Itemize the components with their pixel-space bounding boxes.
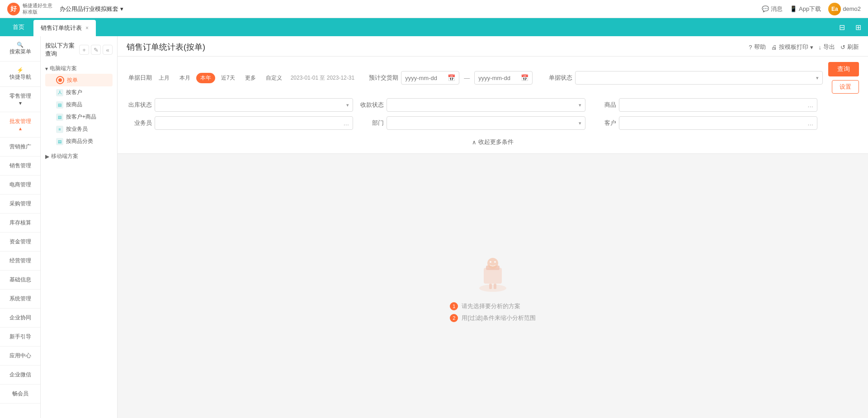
department-label: 部门 bbox=[359, 119, 384, 127]
tab-close-icon[interactable]: × bbox=[85, 25, 89, 31]
more-btn[interactable]: 更多 bbox=[241, 73, 260, 83]
message-btn[interactable]: 💬 消息 bbox=[762, 5, 783, 13]
collapse-chevron-icon: ∧ bbox=[472, 139, 476, 146]
sidebar-item-operations[interactable]: 经营管理 bbox=[0, 252, 40, 271]
empty-hint-2: 2 用[过滤]条件来缩小分析范围 bbox=[450, 314, 535, 322]
app-download-btn[interactable]: 📱 App下载 bbox=[790, 5, 821, 13]
tab-active[interactable]: 销售订单统计表 × bbox=[33, 20, 96, 36]
date-label: 单据日期 bbox=[127, 74, 152, 82]
sidebar-item-purchase[interactable]: 采购管理 bbox=[0, 195, 40, 214]
salesperson-label: 业务员 bbox=[127, 119, 152, 127]
this-month-btn[interactable]: 本月 bbox=[175, 73, 194, 83]
logo-icon: 好 bbox=[7, 3, 20, 15]
scheme-item-by-order[interactable]: 按单 bbox=[45, 74, 113, 86]
delivery-status-select[interactable]: ▾ bbox=[155, 98, 353, 112]
tab-home[interactable]: 首页 bbox=[4, 18, 33, 36]
sidebar-item-finance[interactable]: 资金管理 bbox=[0, 233, 40, 252]
sidebar-item-newbie[interactable]: 新手引导 bbox=[0, 328, 40, 347]
scheme-edit-btn[interactable]: ✎ bbox=[91, 45, 101, 55]
scheme-item-by-customer-goods[interactable]: ▤ 按客户+商品 bbox=[45, 111, 113, 123]
sidebar-item-ecommerce[interactable]: 电商管理 bbox=[0, 176, 40, 195]
calendar-start-icon[interactable]: 📅 bbox=[448, 74, 455, 81]
order-status-label: 单据状态 bbox=[547, 74, 572, 82]
sidebar-item-basics[interactable]: 基础信息 bbox=[0, 271, 40, 290]
this-year-btn[interactable]: 本年 bbox=[196, 73, 215, 83]
help-btn[interactable]: ? 帮助 bbox=[749, 43, 765, 51]
message-icon: 💬 bbox=[762, 5, 769, 12]
sidebar-item-marketing[interactable]: 营销推广 bbox=[0, 138, 40, 157]
custom-btn[interactable]: 自定义 bbox=[262, 73, 286, 83]
avatar: Ea bbox=[828, 3, 841, 15]
sidebar-item-system[interactable]: 系统管理 bbox=[0, 290, 40, 309]
svg-rect-7 bbox=[494, 284, 496, 289]
scheme-section-mobile-header[interactable]: ▶ 移动端方案 bbox=[45, 151, 113, 162]
filter-customer-col: 客户 … bbox=[591, 116, 817, 130]
expected-date-label: 预计交货期 bbox=[369, 74, 398, 82]
settings-btn[interactable]: 设置 bbox=[832, 80, 859, 94]
logo-area: 好 畅捷通好生意 标准版 bbox=[7, 3, 52, 15]
customer-label: 客户 bbox=[591, 119, 616, 127]
last-month-btn[interactable]: 上月 bbox=[155, 73, 174, 83]
order-status-select[interactable]: ▾ bbox=[575, 71, 823, 85]
expected-date-end-input[interactable] bbox=[478, 72, 519, 83]
sidebar-item-appcenter[interactable]: 应用中心 bbox=[0, 347, 40, 366]
sidebar-item-wholesale[interactable]: 批发管理 ▴ bbox=[0, 112, 40, 138]
sidebar-item-inventory[interactable]: 库存核算 bbox=[0, 214, 40, 233]
filter-goods-col: 商品 … bbox=[591, 98, 817, 112]
svg-rect-1 bbox=[484, 268, 502, 284]
workspace-selector[interactable]: 办公用品行业模拟账套 ▾ bbox=[60, 5, 123, 13]
scheme-item-by-category[interactable]: ▤ 按商品分类 bbox=[45, 135, 113, 147]
export-btn[interactable]: ↓ 导出 bbox=[819, 43, 835, 51]
query-btn[interactable]: 查询 bbox=[828, 62, 859, 76]
sidebar-item-search[interactable]: 🔍 搜索菜单 bbox=[0, 36, 40, 62]
refresh-btn[interactable]: ↺ 刷新 bbox=[840, 43, 859, 51]
calendar-end-icon[interactable]: 📅 bbox=[521, 74, 528, 81]
sidebar-item-wechat[interactable]: 企业微信 bbox=[0, 366, 40, 385]
main-panel: 销售订单统计表(按单) ? 帮助 🖨 按模板打印 ▾ ↓ 导出 bbox=[118, 36, 868, 418]
filter-row-3: 业务员 … 部门 ▾ 客户 bbox=[127, 116, 859, 130]
topbar: 好 畅捷通好生意 标准版 办公用品行业模拟账套 ▾ 💬 消息 📱 App下载 E… bbox=[0, 0, 868, 18]
sidebar-item-shortcuts[interactable]: ⚡ 快捷导航 bbox=[0, 62, 40, 87]
goods-ellipsis-icon: … bbox=[807, 102, 813, 109]
scheme-panel-title: 按以下方案查询 bbox=[45, 42, 79, 58]
scheme-item-by-customer[interactable]: 人 按客户 bbox=[45, 86, 113, 99]
hint-num-1: 1 bbox=[450, 302, 458, 310]
app-download-icon: 📱 bbox=[790, 5, 797, 12]
page-header: 销售订单统计表(按单) ? 帮助 🖨 按模板打印 ▾ ↓ 导出 bbox=[118, 36, 868, 57]
sidebar-item-membership[interactable]: 畅会员 bbox=[0, 385, 40, 404]
empty-state: 1 请先选择要分析的方案 2 用[过滤]条件来缩小分析范围 bbox=[450, 250, 535, 322]
scheme-panel: 按以下方案查询 + ✎ « ▾ 电脑端方案 按单 bbox=[41, 36, 118, 418]
sidebar-item-sales[interactable]: 销售管理 bbox=[0, 157, 40, 176]
scheme-add-btn[interactable]: + bbox=[79, 45, 89, 55]
filter-department-col: 部门 ▾ bbox=[359, 116, 585, 130]
scheme-item-by-goods[interactable]: ▤ 按商品 bbox=[45, 99, 113, 111]
goods-input[interactable]: … bbox=[619, 98, 817, 112]
payment-chevron-icon: ▾ bbox=[579, 102, 581, 108]
last7days-btn[interactable]: 近7天 bbox=[217, 73, 239, 83]
tab-expand-btn[interactable]: ⊞ bbox=[852, 21, 864, 33]
by-customer-goods-icon: ▤ bbox=[56, 114, 63, 121]
date-range-text: 2023-01-01 至 2023-12-31 bbox=[291, 74, 354, 82]
filter-area: 单据日期 上月 本月 本年 近7天 更多 自定义 2023-01-01 至 20… bbox=[118, 57, 868, 154]
topbar-left: 好 畅捷通好生意 标准版 办公用品行业模拟账套 ▾ bbox=[7, 3, 123, 15]
salesperson-input[interactable]: … bbox=[155, 116, 353, 130]
export-icon: ↓ bbox=[819, 44, 822, 51]
department-select[interactable]: ▾ bbox=[387, 116, 585, 130]
scheme-panel-header: 按以下方案查询 + ✎ « bbox=[41, 40, 117, 62]
scheme-collapse-btn[interactable]: « bbox=[103, 45, 113, 55]
scheme-item-by-salesperson[interactable]: ≡ 按业务员 bbox=[45, 123, 113, 135]
date-separator: — bbox=[462, 75, 472, 81]
sidebar-item-enterprise[interactable]: 企业协同 bbox=[0, 309, 40, 328]
payment-status-select[interactable]: ▾ bbox=[387, 98, 585, 112]
template-print-btn[interactable]: 🖨 按模板打印 ▾ bbox=[771, 43, 813, 51]
page-title: 销售订单统计表(按单) bbox=[127, 42, 205, 52]
sidebar-item-retail[interactable]: 零售管理 ▾ bbox=[0, 87, 40, 112]
scheme-section-mobile: ▶ 移动端方案 bbox=[41, 149, 117, 163]
tab-minimize-btn[interactable]: ⊟ bbox=[835, 21, 848, 33]
customer-ellipsis-icon: … bbox=[807, 120, 813, 127]
scheme-section-pc-header[interactable]: ▾ 电脑端方案 bbox=[45, 63, 113, 74]
user-area[interactable]: Ea demo2 bbox=[828, 3, 861, 15]
expected-date-start-input[interactable] bbox=[405, 72, 446, 83]
customer-input[interactable]: … bbox=[619, 116, 817, 130]
collapse-btn[interactable]: ∧ 收起更多条件 bbox=[127, 134, 859, 148]
